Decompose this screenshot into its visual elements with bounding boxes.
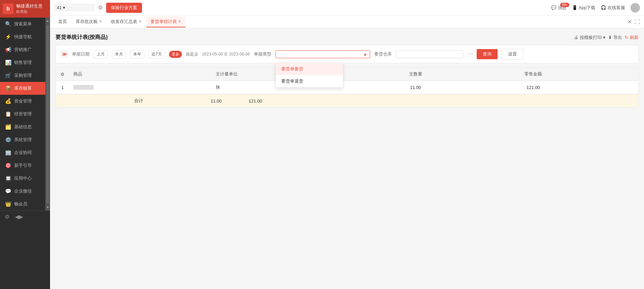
store-selector[interactable]: 41 ▾ [54, 4, 95, 12]
sidebar-item-member[interactable]: 👑 畅会员 [0, 198, 45, 210]
type-dropdown-menu: 要货单要货 要货单退货 [276, 63, 343, 88]
enterprise-icon: 🏢 [5, 150, 11, 156]
user-avatar[interactable] [630, 3, 640, 13]
system-icon: ⚙️ [5, 137, 11, 143]
refresh-button[interactable]: ↻ 刷新 [625, 35, 639, 41]
tab-bar: 首页 库存批次账 ✕ 收发存汇总表 ✕ 要货单统计表 ✕ ✕ ⛶ [50, 16, 644, 28]
sidebar-item-purchase[interactable]: 🛒 采购管理 [0, 69, 45, 82]
type-select-arrow[interactable]: ▲ [363, 52, 367, 57]
table-row: 1 块 11.00 121.00 [56, 81, 638, 94]
sidebar-item-label-purchase: 采购管理 [14, 72, 32, 79]
page-header: 要货单统计表(按商品) 🖨 按模板打印 ▾ ⬇ 导出 ↻ 刷新 [55, 34, 639, 41]
service-button[interactable]: 🎧 在线客服 [601, 5, 625, 11]
tab-receivable-summary[interactable]: 收发存汇总表 ✕ [107, 17, 146, 27]
th-qty: 主数量 [362, 68, 469, 81]
type-select-input[interactable] [279, 52, 361, 57]
th-extra [598, 68, 638, 81]
print-button[interactable]: 🖨 按模板打印 ▾ [574, 35, 605, 41]
filter-more-dots[interactable]: ··· [468, 51, 473, 57]
sidebar-item-guide[interactable]: 🎯 新手引导 [0, 159, 45, 172]
tab-inventory-batch[interactable]: 库存批次账 ✕ [72, 17, 106, 27]
sidebar-item-label-member: 畅会员 [14, 201, 27, 207]
purchase-icon: 🛒 [5, 72, 11, 79]
export-button[interactable]: ⬇ 导出 [608, 35, 622, 41]
table-footer: 合计 11.00 121.00 [56, 94, 638, 107]
export-label: 导出 [613, 35, 622, 41]
collapse-icon[interactable]: ◀▶ [15, 214, 23, 220]
basic-icon: 🗂️ [5, 124, 11, 130]
tab-inventory-batch-label: 库存批次账 [76, 19, 98, 25]
sidebar-item-apps[interactable]: 🔲 应用中心 [0, 172, 45, 185]
print-label: 按模板打印 [580, 35, 602, 41]
sidebar-scrollbar[interactable]: ▲ ▼ [45, 18, 50, 210]
table-body: 1 块 11.00 121.00 [56, 81, 638, 94]
tab-requisition-stats-close[interactable]: ✕ [178, 19, 181, 24]
operation-icon: 📋 [5, 111, 11, 117]
app-download-button[interactable]: 📱 App下载 [572, 5, 595, 11]
tab-home[interactable]: 首页 [54, 17, 71, 27]
sidebar-scroll-up[interactable]: ▲ [46, 18, 49, 24]
sidebar-bottom: ⚙ ◀▶ [0, 210, 50, 223]
warehouse-input[interactable] [396, 50, 463, 58]
table-header-row: ⚙ 商品 主计量单位 主数量 零售金额 [56, 68, 638, 81]
sidebar-item-label-finance: 资金管理 [14, 98, 32, 104]
date-btn-7days[interactable]: 近7天 [148, 50, 165, 59]
date-custom-btn[interactable]: 自定义 [186, 51, 198, 57]
app-label: App下载 [579, 5, 595, 11]
quick-nav-icon: ⚡ [5, 34, 11, 40]
sidebar-item-basic[interactable]: 🗂️ 基础信息 [0, 120, 45, 133]
settings-button[interactable]: 设置 [502, 49, 523, 60]
tab-receivable-summary-close[interactable]: ✕ [139, 19, 142, 24]
page-content: 要货单统计表(按商品) 🖨 按模板打印 ▾ ⬇ 导出 ↻ 刷新 ≫ [50, 28, 644, 289]
tab-expand[interactable]: ⛶ [635, 19, 640, 25]
filter-expand-button[interactable]: ≫ [61, 50, 68, 58]
sidebar-item-sales[interactable]: 📊 销售管理 [0, 56, 45, 69]
td-qty: 11.00 [362, 81, 469, 94]
query-button[interactable]: 查询 [477, 49, 498, 59]
main-content: 41 ▾ ⚙ 体验行业方案 💬 消息 99+ 📱 App下载 🎧 在线客服 首页 [50, 0, 644, 289]
message-badge: 99+ [560, 3, 569, 7]
print-icon: 🖨 [574, 35, 578, 40]
sidebar-item-enterprise[interactable]: 🏢 企业协同 [0, 146, 45, 159]
sidebar-item-quick-nav[interactable]: ⚡ 快捷导航 [0, 30, 45, 43]
column-settings-icon[interactable]: ⚙ [61, 72, 65, 77]
sidebar-item-finance[interactable]: 💰 资金管理 [0, 95, 45, 108]
tab-inventory-batch-close[interactable]: ✕ [99, 19, 102, 24]
date-btn-this-year[interactable]: 本年 [130, 50, 144, 59]
sidebar-title: 畅捷通好生意 [16, 3, 43, 9]
sidebar-item-marketing[interactable]: 📢 营销推广 [0, 43, 45, 56]
sidebar-item-inventory[interactable]: 📦 库存核算 [0, 82, 45, 95]
tab-close-all[interactable]: ✕ [627, 19, 632, 25]
trial-button[interactable]: 体验行业方案 [106, 3, 142, 13]
th-settings: ⚙ [56, 68, 69, 81]
date-btn-this-month[interactable]: 本月 [112, 50, 126, 59]
sidebar-scroll-thumb [46, 25, 49, 203]
sidebar-item-label-search: 搜索菜单 [14, 21, 32, 27]
export-icon: ⬇ [608, 35, 612, 40]
dropdown-item-return[interactable]: 要货单退货 [276, 75, 343, 87]
date-btn-more[interactable]: 更多 [169, 51, 182, 58]
tabbar-right: ✕ ⛶ [627, 19, 640, 25]
type-select-wrap[interactable]: ▲ [276, 50, 370, 58]
page-title: 要货单统计表(按商品) [55, 34, 108, 41]
tab-requisition-stats[interactable]: 要货单统计表 ✕ [146, 17, 185, 27]
wechat-icon: 💬 [5, 188, 11, 194]
type-label: 单据类型 [254, 51, 271, 57]
sidebar-item-wechat[interactable]: 💬 企业微信 [0, 185, 45, 198]
tab-receivable-summary-label: 收发存汇总表 [111, 19, 137, 25]
print-dropdown-icon: ▾ [603, 35, 605, 40]
filter-bar: ≫ 单据日期 上月 本月 本年 近7天 更多 自定义 2023-05-06 至 … [55, 45, 639, 63]
date-range-text: 2023-05-06 至 2023-06-06 [202, 51, 250, 57]
sidebar-item-search[interactable]: 🔍 搜索菜单 [0, 18, 45, 30]
gear-icon[interactable]: ⚙ [98, 4, 103, 11]
dropdown-item-requisition[interactable]: 要货单要货 [276, 63, 343, 75]
message-button[interactable]: 💬 消息 99+ [551, 5, 567, 11]
member-icon: 👑 [5, 201, 11, 207]
data-table-wrap: ⚙ 商品 主计量单位 主数量 零售金额 1 [55, 67, 639, 108]
sidebar-header: b 畅捷通好生意 标准版 [0, 0, 50, 18]
date-btn-last-month[interactable]: 上月 [94, 50, 108, 59]
settings-icon[interactable]: ⚙ [5, 214, 9, 220]
sidebar-item-system[interactable]: ⚙️ 系统管理 [0, 133, 45, 146]
sidebar-scroll-down[interactable]: ▼ [46, 204, 49, 210]
sidebar-item-operation[interactable]: 📋 经营管理 [0, 108, 45, 120]
